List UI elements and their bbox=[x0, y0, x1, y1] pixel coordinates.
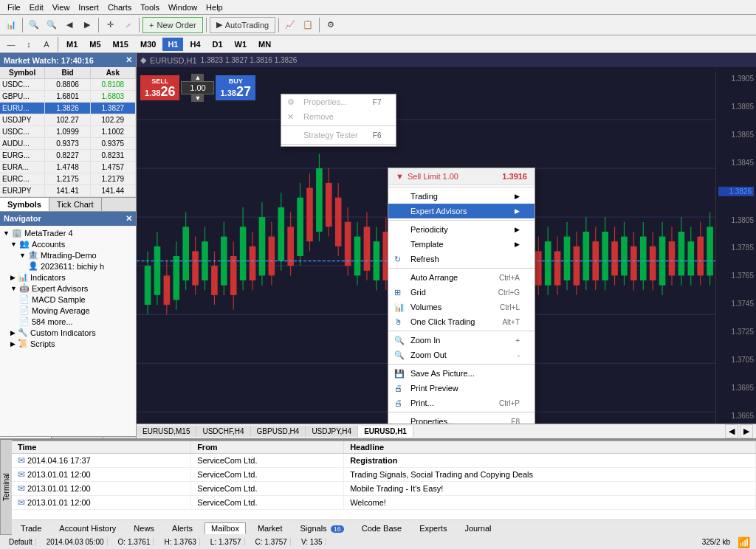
chart-tab-prev[interactable]: ◀ bbox=[725, 424, 738, 438]
tf-m30[interactable]: M30 bbox=[135, 38, 161, 51]
mw-row-eurjpy[interactable]: EURJPY 141.41 141.44 bbox=[0, 185, 136, 197]
tf-w1[interactable]: W1 bbox=[230, 38, 252, 51]
zoom-in-btn[interactable]: 🔍 bbox=[26, 17, 42, 33]
nav-ma[interactable]: 📄 Moving Average bbox=[1, 305, 134, 316]
chart-tab-usdchf-h4[interactable]: USDCHF,H4 bbox=[196, 426, 250, 437]
market-watch-close[interactable]: ✕ bbox=[126, 55, 132, 65]
ctx-save-as-picture[interactable]: 💾 Save As Picture... bbox=[388, 366, 535, 381]
mw-row-gbpu[interactable]: GBPU... 1.6801 1.6803 bbox=[0, 91, 136, 103]
mw-row-usdc[interactable]: USDC... 0.8806 0.8108 bbox=[0, 79, 136, 91]
term-tab-news[interactable]: News bbox=[128, 523, 160, 534]
mw-row-audu[interactable]: AUDU... 0.9373 0.9375 bbox=[0, 138, 136, 150]
nav-indicators[interactable]: ▶ 📊 Indicators bbox=[1, 272, 134, 283]
tf-h1[interactable]: H1 bbox=[162, 38, 183, 51]
ctx-zoom-in[interactable]: 🔍 Zoom In + bbox=[388, 333, 535, 348]
chart-tab-eurusd-h1[interactable]: EURUSD,H1 bbox=[358, 426, 413, 437]
menu-file[interactable]: File bbox=[3, 1, 25, 13]
mw-row-usdjpy[interactable]: USDJPY 102.27 102.29 bbox=[0, 114, 136, 126]
ctx-sell-limit[interactable]: ▼ Sell Limit 1.00 1.3916 bbox=[388, 168, 535, 185]
tf-m5[interactable]: M5 bbox=[84, 38, 106, 51]
tab-tick-chart[interactable]: Tick Chart bbox=[49, 198, 102, 211]
draw-line-btn[interactable]: — bbox=[3, 36, 19, 52]
menu-charts[interactable]: Charts bbox=[103, 1, 136, 13]
tab-symbols[interactable]: Symbols bbox=[0, 198, 49, 211]
tf-m1[interactable]: M1 bbox=[61, 38, 83, 51]
lot-input[interactable] bbox=[181, 81, 214, 94]
new-order-button[interactable]: + New Order bbox=[142, 17, 203, 33]
menu-help[interactable]: Help bbox=[202, 1, 227, 13]
buy-button[interactable]: BUY 1.3827 bbox=[216, 75, 255, 100]
nav-user[interactable]: 👤 2023611: bichiy h bbox=[1, 260, 134, 272]
sell-button[interactable]: SELL 1.3826 bbox=[140, 75, 179, 100]
crosshair-btn[interactable]: ✛ bbox=[102, 17, 118, 33]
terminal-label[interactable]: Terminal bbox=[0, 440, 12, 534]
term-tab-market[interactable]: Market bbox=[252, 523, 289, 534]
ctx-volumes[interactable]: 📊 Volumes Ctrl+L bbox=[388, 300, 535, 314]
mw-row-eurc[interactable]: EURC... 1.2175 1.2179 bbox=[0, 173, 136, 185]
mw-row-usdc2[interactable]: USDC... 1.0999 1.1002 bbox=[0, 126, 136, 138]
term-tab-signals[interactable]: Signals 16 bbox=[295, 523, 350, 534]
terminal-row-3[interactable]: ✉ 2013.01.01 12:00 ServiceCom Ltd. Welco… bbox=[12, 496, 756, 510]
chart-tab-usdjpy-h4[interactable]: USDJPY,H4 bbox=[306, 426, 358, 437]
navigator-close[interactable]: ✕ bbox=[126, 214, 132, 224]
template-btn[interactable]: 📋 bbox=[300, 17, 316, 33]
nav-mtrading[interactable]: ▼ 🏦 Mtrading-Demo bbox=[1, 249, 134, 260]
ctx-expert-advisors[interactable]: Expert Advisors ▶ bbox=[388, 204, 535, 218]
ctx-grid[interactable]: ⊞ Grid Ctrl+G bbox=[388, 285, 535, 300]
ctx-print[interactable]: 🖨 Print... Ctrl+P bbox=[388, 396, 535, 410]
term-tab-journal[interactable]: Journal bbox=[458, 523, 497, 534]
line-btn[interactable]: ⟋ bbox=[120, 17, 136, 33]
autotrading-button[interactable]: ▶ AutoTrading bbox=[210, 17, 276, 33]
chart-tab-eurusd-m15[interactable]: EURUSD,M15 bbox=[137, 426, 196, 437]
term-tab-trade[interactable]: Trade bbox=[15, 523, 47, 534]
term-tab-alerts[interactable]: Alerts bbox=[166, 523, 199, 534]
menu-view[interactable]: View bbox=[48, 1, 75, 13]
draw-arrow-btn[interactable]: ↕ bbox=[21, 36, 37, 52]
menu-insert[interactable]: Insert bbox=[74, 1, 103, 13]
nav-accounts[interactable]: ▼ 👥 Accounts bbox=[1, 238, 134, 249]
ctx-auto-arrange[interactable]: Auto Arrange Ctrl+A bbox=[388, 270, 535, 285]
menu-edit[interactable]: Edit bbox=[25, 1, 48, 13]
nav-tab-common[interactable]: Common bbox=[0, 437, 52, 438]
lot-up-btn[interactable]: ▲ bbox=[191, 74, 204, 81]
nav-macd[interactable]: 📄 MACD Sample bbox=[1, 294, 134, 305]
nav-custom-indicators[interactable]: ▶ 🔧 Custom Indicators bbox=[1, 327, 134, 338]
ctx-print-preview[interactable]: 🖨 Print Preview bbox=[388, 381, 535, 396]
ctx-periodicity[interactable]: Periodicity ▶ bbox=[388, 222, 535, 237]
tf-mn[interactable]: MN bbox=[253, 38, 276, 51]
nav-tab-favorites[interactable]: Favorites bbox=[52, 437, 103, 438]
mw-row-euru[interactable]: EURU... 1.3826 1.3827 bbox=[0, 103, 136, 114]
menu-tools[interactable]: Tools bbox=[136, 1, 164, 13]
nav-mt4[interactable]: ▼ 🏢 MetaTrader 4 bbox=[1, 227, 134, 238]
chart-back-btn[interactable]: ◀ bbox=[61, 17, 78, 33]
tf-h4[interactable]: H4 bbox=[185, 38, 205, 51]
new-chart-btn[interactable]: 📊 bbox=[3, 17, 19, 33]
term-tab-account-history[interactable]: Account History bbox=[53, 523, 122, 534]
terminal-row-0[interactable]: ✉ 2014.04.16 17:37 ServiceCom Ltd. Regis… bbox=[12, 454, 756, 468]
nav-more[interactable]: 📄 584 more... bbox=[1, 316, 134, 327]
mw-row-eura[interactable]: EURA... 1.4748 1.4757 bbox=[0, 162, 136, 173]
settings-btn[interactable]: ⚙ bbox=[323, 17, 339, 33]
chart-tab-gbpusd-h4[interactable]: GBPUSD,H4 bbox=[251, 426, 306, 437]
menu-window[interactable]: Window bbox=[164, 1, 202, 13]
chart-fwd-btn[interactable]: ▶ bbox=[79, 17, 95, 33]
terminal-row-2[interactable]: ✉ 2013.01.01 12:00 ServiceCom Ltd. Mobil… bbox=[12, 482, 756, 496]
ctx-properties[interactable]: Properties... F8 bbox=[388, 414, 535, 424]
term-tab-experts[interactable]: Experts bbox=[413, 523, 453, 534]
nav-ea[interactable]: ▼ 🤖 Expert Advisors bbox=[1, 283, 134, 294]
term-tab-code-base[interactable]: Code Base bbox=[356, 523, 408, 534]
mw-row-eurg[interactable]: EURG... 0.8227 0.8231 bbox=[0, 150, 136, 162]
ctx-zoom-out[interactable]: 🔍 Zoom Out - bbox=[388, 348, 535, 362]
term-tab-mailbox[interactable]: Mailbox bbox=[205, 522, 246, 534]
nav-scripts[interactable]: ▶ 📜 Scripts bbox=[1, 338, 134, 349]
indicators-btn[interactable]: 📈 bbox=[282, 17, 298, 33]
tf-m15[interactable]: M15 bbox=[108, 38, 134, 51]
draw-text-btn[interactable]: A bbox=[38, 36, 55, 52]
terminal-row-1[interactable]: ✉ 2013.01.01 12:00 ServiceCom Ltd. Tradi… bbox=[12, 468, 756, 482]
ctx-one-click-trading[interactable]: 🖱 One Click Trading Alt+T bbox=[388, 314, 535, 329]
tf-d1[interactable]: D1 bbox=[207, 38, 228, 51]
ctx-refresh[interactable]: ↻ Refresh bbox=[388, 252, 535, 266]
chart-tab-next[interactable]: ▶ bbox=[740, 424, 753, 438]
ctx-trading[interactable]: Trading ▶ bbox=[388, 189, 535, 204]
ctx-template[interactable]: Template ▶ bbox=[388, 237, 535, 252]
